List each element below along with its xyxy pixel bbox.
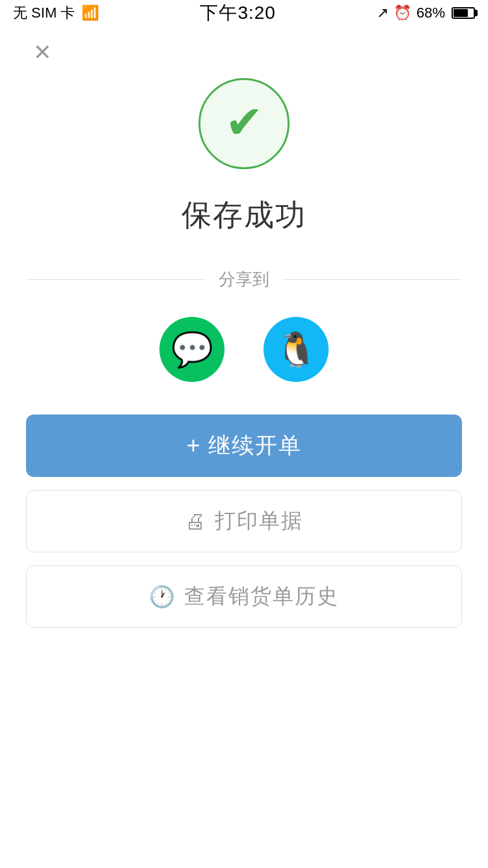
- wifi-icon: 📶: [81, 5, 99, 21]
- status-right: ↗ ⏰ 68%: [377, 5, 475, 21]
- print-button[interactable]: 🖨 打印单据: [26, 490, 462, 552]
- main-content: ✔ 保存成功 分享到 💬 🐧 + 继续开单 🖨: [0, 26, 488, 628]
- wechat-icon: 💬: [171, 330, 213, 370]
- qq-share-button[interactable]: 🐧: [264, 317, 329, 382]
- status-time: 下午3:20: [200, 1, 276, 25]
- continue-button-label: 继续开单: [208, 431, 302, 461]
- location-icon: ↗: [377, 5, 388, 21]
- share-icons: 💬 🐧: [26, 317, 462, 382]
- close-button[interactable]: ✕: [26, 36, 59, 68]
- status-left: 无 SIM 卡 📶: [13, 3, 99, 23]
- success-circle: ✔: [198, 78, 290, 169]
- action-buttons: + 继续开单 🖨 打印单据 🕐 查看销货单历史: [0, 414, 488, 628]
- print-icon: 🖨: [185, 509, 206, 534]
- wechat-share-button[interactable]: 💬: [159, 317, 224, 382]
- qq-icon: 🐧: [275, 330, 318, 370]
- battery-percent: 68%: [416, 5, 445, 21]
- history-button-label: 查看销货单历史: [184, 582, 339, 611]
- share-divider: 分享到: [26, 268, 462, 291]
- continue-button[interactable]: + 继续开单: [26, 414, 462, 477]
- checkmark-icon: ✔: [225, 100, 264, 145]
- share-label: 分享到: [206, 268, 282, 291]
- battery-icon: [452, 7, 475, 19]
- history-icon: 🕐: [149, 584, 175, 609]
- share-section: 分享到 💬 🐧: [0, 268, 488, 382]
- history-button[interactable]: 🕐 查看销货单历史: [26, 565, 462, 628]
- print-button-label: 打印单据: [215, 507, 303, 536]
- close-icon: ✕: [33, 41, 51, 63]
- divider-left: [26, 279, 206, 280]
- divider-right: [282, 279, 462, 280]
- no-sim-text: 无 SIM 卡: [13, 3, 75, 23]
- status-bar: 无 SIM 卡 📶 下午3:20 ↗ ⏰ 68%: [0, 0, 488, 26]
- success-title: 保存成功: [182, 195, 306, 236]
- alarm-icon: ⏰: [394, 5, 411, 21]
- plus-icon: +: [186, 432, 200, 459]
